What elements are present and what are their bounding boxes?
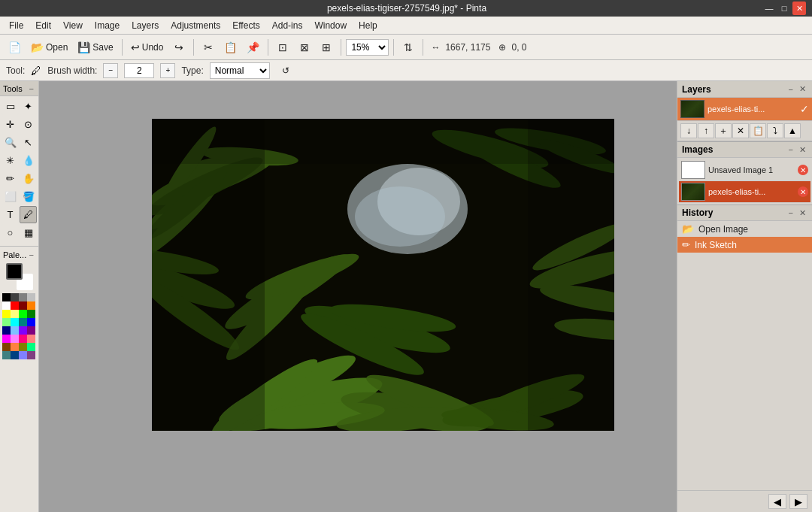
copy-button[interactable]: 📋 <box>220 38 241 57</box>
palette-color-lightgray[interactable] <box>27 293 35 301</box>
rectangle-select-tool[interactable]: ▭ <box>2 98 19 115</box>
palette-close[interactable]: − <box>28 250 35 259</box>
palette-color-darkblue[interactable] <box>2 326 11 335</box>
history-item-ink[interactable]: ✏ Ink Sketch <box>677 237 812 253</box>
zoom-select[interactable]: 15%25%50%100% <box>346 39 389 56</box>
palette-color-red[interactable] <box>11 301 19 310</box>
shapes-tool[interactable]: ○ <box>2 224 19 241</box>
redo-button[interactable]: ↪ <box>169 38 189 57</box>
palette-color-purple[interactable] <box>19 326 27 335</box>
image-item-unsaved[interactable]: Unsaved Image 1 ✕ <box>679 159 810 181</box>
brush-extra-button[interactable]: ↺ <box>276 61 295 80</box>
palette-color-black[interactable] <box>2 293 11 301</box>
menubar-item-window[interactable]: Window <box>308 19 353 32</box>
color-picker-tool[interactable]: 💧 <box>20 152 37 169</box>
cut-button[interactable]: ✂ <box>198 38 218 57</box>
hand-tool[interactable]: ✋ <box>20 170 37 187</box>
brush-minus-button[interactable]: − <box>103 63 118 78</box>
palette-color-tan[interactable] <box>11 343 19 351</box>
layer-visible-check[interactable]: ✓ <box>800 103 809 115</box>
palette-color-magenta[interactable] <box>2 335 11 343</box>
history-redo-button[interactable]: ▶ <box>789 494 807 509</box>
palette-color-pink[interactable] <box>11 335 19 343</box>
history-item-open[interactable]: 📂 Open Image <box>677 221 812 237</box>
brush-plus-button[interactable]: + <box>160 63 175 78</box>
palette-color-darkred[interactable] <box>19 301 27 310</box>
images-minimize-button[interactable]: − <box>787 145 795 155</box>
palette-color-green[interactable] <box>19 310 27 318</box>
palette-color-lightgreen[interactable] <box>2 318 11 326</box>
layers-up2-button[interactable]: ▲ <box>784 123 801 138</box>
menubar-item-view[interactable]: View <box>57 19 89 32</box>
arrow-tool[interactable]: ↖ <box>20 134 37 151</box>
palette-color-darkpurple[interactable] <box>27 326 35 335</box>
layers-minimize-button[interactable]: − <box>787 84 795 94</box>
menubar-item-file[interactable]: File <box>3 19 29 32</box>
palette-color-salmon[interactable] <box>27 335 35 343</box>
palette-color-darkcyan[interactable] <box>19 318 27 326</box>
new-button[interactable]: 📄 <box>5 38 25 57</box>
minimize-button[interactable]: — <box>762 2 776 15</box>
canvas-area[interactable] <box>39 81 677 512</box>
lasso-tool[interactable]: ⊙ <box>20 116 37 133</box>
image-close-pexels[interactable]: ✕ <box>798 186 808 197</box>
layers-move-up-button[interactable]: ↑ <box>698 123 714 138</box>
palette-color-white[interactable] <box>2 301 11 310</box>
menubar-item-image[interactable]: Image <box>89 19 126 32</box>
eraser-tool[interactable]: ⬜ <box>2 188 19 205</box>
palette-color-yellow[interactable] <box>2 310 11 318</box>
magic-wand-tool[interactable]: ✦ <box>20 98 37 115</box>
text-tool[interactable]: T <box>2 206 19 223</box>
palette-color-darkgray[interactable] <box>11 293 19 301</box>
palette-color-mauve[interactable] <box>27 351 35 359</box>
layers-delete-button[interactable]: ✕ <box>732 123 749 138</box>
menubar-item-help[interactable]: Help <box>353 19 383 32</box>
brush-width-input[interactable]: 2 <box>124 63 154 78</box>
layers-duplicate-button[interactable]: 📋 <box>750 123 766 138</box>
zoom-tool[interactable]: 🔍 <box>2 134 19 151</box>
palette-color-indigo[interactable] <box>19 351 27 359</box>
palette-color-lightyellow[interactable] <box>11 310 19 318</box>
palette-color-teal[interactable] <box>2 351 11 359</box>
crop-button[interactable]: ⊡ <box>273 38 292 57</box>
save-button[interactable]: 💾 Save <box>74 38 117 57</box>
undo-button[interactable]: ↩ Undo <box>127 38 168 57</box>
layers-close-button[interactable]: ✕ <box>798 84 807 94</box>
menubar-item-effects[interactable]: Effects <box>226 19 265 32</box>
effects-tool[interactable]: ✳ <box>2 152 19 169</box>
image-close-unsaved[interactable]: ✕ <box>798 165 808 175</box>
history-minimize-button[interactable]: − <box>787 208 795 218</box>
ink-tool[interactable]: 🖊 <box>20 206 37 223</box>
paste-button[interactable]: 📌 <box>243 38 263 57</box>
pencil-tool[interactable]: ✏ <box>2 170 19 187</box>
flip-button[interactable]: ⇅ <box>398 38 418 57</box>
layer-item[interactable]: pexels-elias-ti... ✓ <box>677 98 812 121</box>
palette-color-orange[interactable] <box>27 301 35 310</box>
maximize-button[interactable]: □ <box>777 2 791 15</box>
palette-color-darkgreen[interactable] <box>27 310 35 318</box>
canvas-image[interactable] <box>152 119 614 431</box>
palette-color-blue[interactable] <box>27 318 35 326</box>
palette-color-cyan[interactable] <box>11 318 19 326</box>
menubar-item-edit[interactable]: Edit <box>29 19 57 32</box>
menubar-item-adjustments[interactable]: Adjustments <box>165 19 226 32</box>
close-button[interactable]: ✕ <box>792 2 806 15</box>
palette-color-brown[interactable] <box>2 343 11 351</box>
open-button[interactable]: 📂 Open <box>27 38 71 57</box>
palette-color-steelblue[interactable] <box>11 351 19 359</box>
palette-color-lime[interactable] <box>27 343 35 351</box>
history-close-button[interactable]: ✕ <box>798 208 807 218</box>
history-undo-button[interactable]: ◀ <box>768 494 786 509</box>
deselect-button[interactable]: ⊠ <box>295 38 314 57</box>
palette-color-hotpink[interactable] <box>19 335 27 343</box>
move-tool[interactable]: ✛ <box>2 116 19 133</box>
palette-color-lightblue[interactable] <box>11 326 19 335</box>
palette-color-gray[interactable] <box>19 293 27 301</box>
fg-bg-color-selector[interactable] <box>6 263 33 290</box>
layers-move-down-button[interactable]: ↓ <box>680 123 697 138</box>
layers-add-button[interactable]: ＋ <box>715 123 732 138</box>
fill-tool[interactable]: 🪣 <box>20 188 37 205</box>
tools-panel-close[interactable]: − <box>28 84 35 93</box>
gradient-tool[interactable]: ▦ <box>20 224 37 241</box>
brush-type-select[interactable]: NormalMultiplyAdditive <box>210 62 270 79</box>
